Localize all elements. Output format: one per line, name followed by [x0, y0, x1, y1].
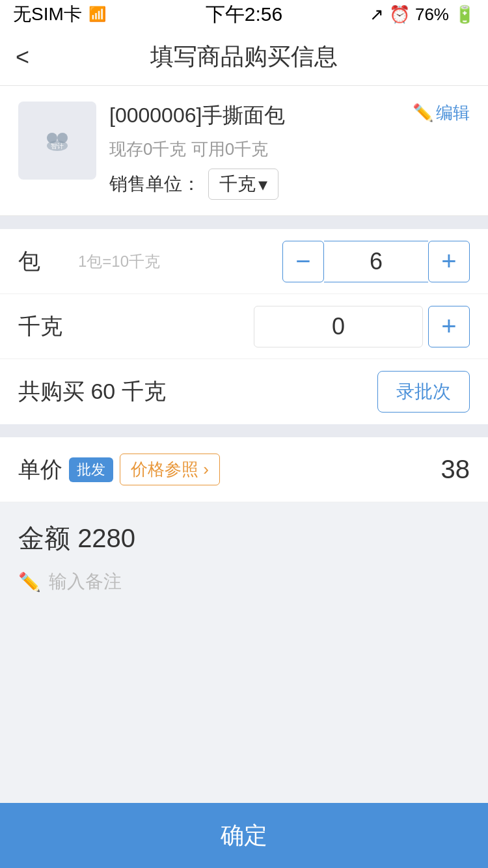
amount-row: 金额 2280: [18, 521, 470, 556]
note-placeholder: 输入备注: [49, 569, 122, 594]
empty-area: [0, 607, 488, 802]
carrier-text: 无SIM卡: [13, 2, 82, 27]
edit-button[interactable]: ✏️ 编辑: [413, 102, 470, 124]
price-reference-button[interactable]: 价格参照 ›: [120, 454, 220, 485]
confirm-button[interactable]: 确定: [0, 803, 488, 868]
bag-quantity-input[interactable]: [324, 241, 428, 282]
kg-plus-button[interactable]: +: [428, 306, 470, 347]
product-image: 智计: [18, 102, 96, 180]
separator-2: [0, 424, 488, 437]
svg-text:智计: 智计: [51, 142, 64, 150]
product-unit-row: 销售单位： 千克 ▾: [109, 169, 470, 200]
unit-label: 销售单位：: [109, 172, 200, 197]
total-text: 共购买 60 千克: [18, 377, 166, 407]
price-value: 38: [441, 455, 470, 484]
pencil-icon: ✏️: [18, 571, 41, 593]
product-logo-icon: 智计: [38, 121, 77, 160]
status-right: ↗ ⏰ 76% 🔋: [370, 5, 475, 25]
status-bar: 无SIM卡 📶 下午2:56 ↗ ⏰ 76% 🔋: [0, 0, 488, 29]
form-section: 包 1包=10千克 − + 千克 +: [0, 229, 488, 359]
note-row[interactable]: ✏️ 输入备注: [18, 569, 470, 594]
bag-quantity-control: − +: [282, 241, 470, 282]
dropdown-arrow-icon: ▾: [258, 174, 267, 195]
battery-icon: 🔋: [454, 5, 475, 25]
alarm-icon: ⏰: [389, 5, 410, 25]
bag-label: 包: [18, 247, 70, 277]
product-stock: 现存0千克 可用0千克: [109, 138, 470, 161]
amount-section: 金额 2280 ✏️ 输入备注: [0, 502, 488, 607]
edit-label: 编辑: [436, 102, 470, 124]
record-batch-button[interactable]: 录批次: [377, 371, 470, 413]
wifi-icon: 📶: [88, 6, 106, 23]
status-time: 下午2:56: [206, 1, 282, 28]
price-label: 单价: [18, 455, 62, 485]
price-batch-tag: 批发: [69, 457, 113, 482]
location-icon: ↗: [370, 5, 384, 25]
kg-label: 千克: [18, 312, 70, 342]
battery: 76%: [415, 5, 449, 25]
amount-number: 2280: [77, 524, 135, 552]
separator-1: [0, 216, 488, 229]
price-section: 单价 批发 价格参照 › 38: [0, 437, 488, 502]
back-button[interactable]: <: [16, 44, 29, 71]
page-title: 填写商品购买信息: [150, 41, 338, 73]
status-left: 无SIM卡 📶: [13, 2, 106, 27]
product-info: [0000006]手撕面包 ✏️ 编辑 现存0千克 可用0千克 销售单位： 千克…: [109, 102, 470, 200]
price-row: 单价 批发 价格参照 › 38: [0, 437, 488, 502]
bag-minus-button[interactable]: −: [282, 241, 324, 282]
bag-row: 包 1包=10千克 − +: [0, 229, 488, 294]
kg-quantity-input[interactable]: [254, 306, 423, 347]
unit-value: 千克: [219, 172, 256, 197]
bag-sublabel: 1包=10千克: [78, 251, 282, 272]
edit-icon: ✏️: [413, 103, 433, 123]
product-top-row: [0000006]手撕面包 ✏️ 编辑: [109, 102, 470, 138]
total-row: 共购买 60 千克 录批次: [0, 359, 488, 424]
kg-quantity-control: +: [254, 306, 470, 347]
unit-dropdown[interactable]: 千克 ▾: [208, 169, 278, 200]
bag-plus-button[interactable]: +: [428, 241, 470, 282]
nav-bar: < 填写商品购买信息: [0, 29, 488, 86]
amount-label: 金额: [18, 524, 70, 552]
product-name: [0000006]手撕面包: [109, 102, 285, 130]
product-card: 智计 [0000006]手撕面包 ✏️ 编辑 现存0千克 可用0千克 销售单位：…: [0, 86, 488, 216]
kg-row: 千克 +: [0, 294, 488, 359]
